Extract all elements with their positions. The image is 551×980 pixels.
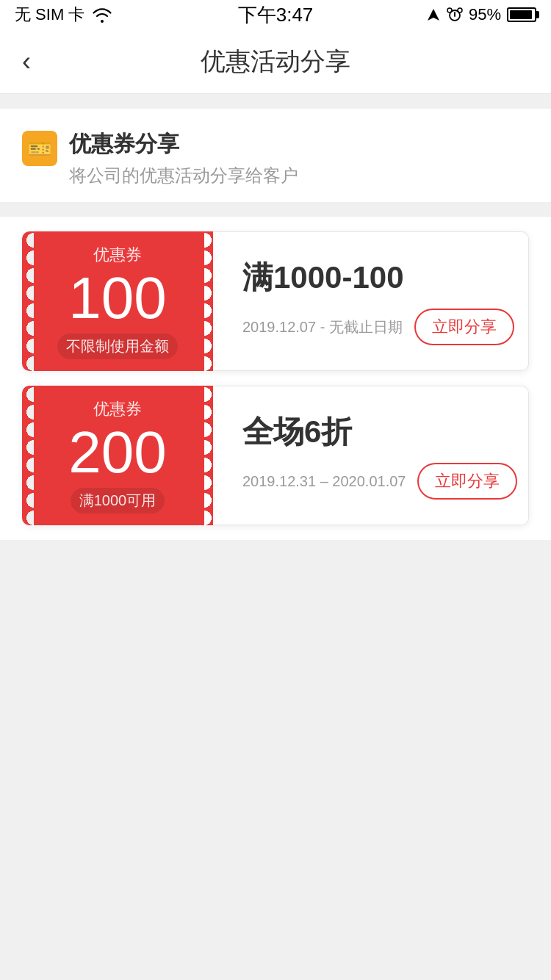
coupon-card-2: 优惠券 200 满1000可用 全场6折 2019.12.31 – 2020.0… bbox=[22, 386, 529, 525]
share-button-2[interactable]: 立即分享 bbox=[417, 463, 517, 500]
back-button[interactable]: ‹ bbox=[22, 46, 31, 77]
coupon-meta-2: 2019.12.31 – 2020.01.07 立即分享 bbox=[242, 463, 506, 500]
coupon-right-1: 满1000-100 2019.12.07 - 无截止日期 立即分享 bbox=[213, 231, 529, 371]
status-left: 无 SIM 卡 bbox=[15, 4, 112, 26]
coupon-amount-2: 200 bbox=[68, 423, 166, 482]
page-title: 优惠活动分享 bbox=[201, 45, 350, 79]
coupon-condition-1: 不限制使用金额 bbox=[57, 334, 178, 359]
wifi-icon bbox=[92, 7, 112, 23]
section-title: 优惠券分享 bbox=[69, 129, 298, 159]
coupon-amount-1: 100 bbox=[68, 269, 166, 328]
section-subtitle: 将公司的优惠活动分享给客户 bbox=[69, 164, 298, 187]
svg-point-2 bbox=[447, 8, 452, 12]
section-text: 优惠券分享 将公司的优惠活动分享给客户 bbox=[69, 129, 298, 187]
coupon-list: 优惠券 100 不限制使用金额 满1000-100 2019.12.07 - 无… bbox=[0, 217, 551, 540]
coupon-meta-1: 2019.12.07 - 无截止日期 立即分享 bbox=[242, 309, 506, 345]
coupon-right-2: 全场6折 2019.12.31 – 2020.01.07 立即分享 bbox=[213, 386, 529, 525]
coupon-condition-2: 满1000可用 bbox=[71, 488, 165, 514]
coupon-label-1: 优惠券 bbox=[93, 244, 142, 266]
section-icon: 🎫 bbox=[22, 131, 57, 166]
coupon-left-1: 优惠券 100 不限制使用金额 bbox=[22, 231, 213, 371]
coupon-date-1: 2019.12.07 - 无截止日期 bbox=[242, 317, 403, 337]
coupon-card-1: 优惠券 100 不限制使用金额 满1000-100 2019.12.07 - 无… bbox=[22, 231, 529, 371]
share-button-1[interactable]: 立即分享 bbox=[414, 309, 514, 345]
location-icon bbox=[426, 7, 441, 22]
status-bar: 无 SIM 卡 下午3:47 95% bbox=[0, 0, 551, 29]
nav-bar: ‹ 优惠活动分享 bbox=[0, 29, 551, 94]
coupon-label-2: 优惠券 bbox=[93, 398, 142, 420]
status-right: 95% bbox=[426, 5, 536, 24]
coupon-title-1: 满1000-100 bbox=[242, 257, 506, 298]
battery-percent: 95% bbox=[469, 5, 501, 24]
alarm-icon bbox=[447, 7, 463, 23]
coupon-date-2: 2019.12.31 – 2020.01.07 bbox=[242, 473, 406, 490]
battery-icon bbox=[507, 7, 536, 22]
bottom-area bbox=[0, 540, 551, 951]
svg-point-3 bbox=[458, 8, 462, 12]
carrier-text: 无 SIM 卡 bbox=[15, 4, 84, 26]
coupon-title-2: 全场6折 bbox=[242, 411, 506, 453]
status-time: 下午3:47 bbox=[238, 2, 314, 28]
section-header: 🎫 优惠券分享 将公司的优惠活动分享给客户 bbox=[0, 109, 551, 202]
coupon-left-2: 优惠券 200 满1000可用 bbox=[22, 386, 213, 525]
